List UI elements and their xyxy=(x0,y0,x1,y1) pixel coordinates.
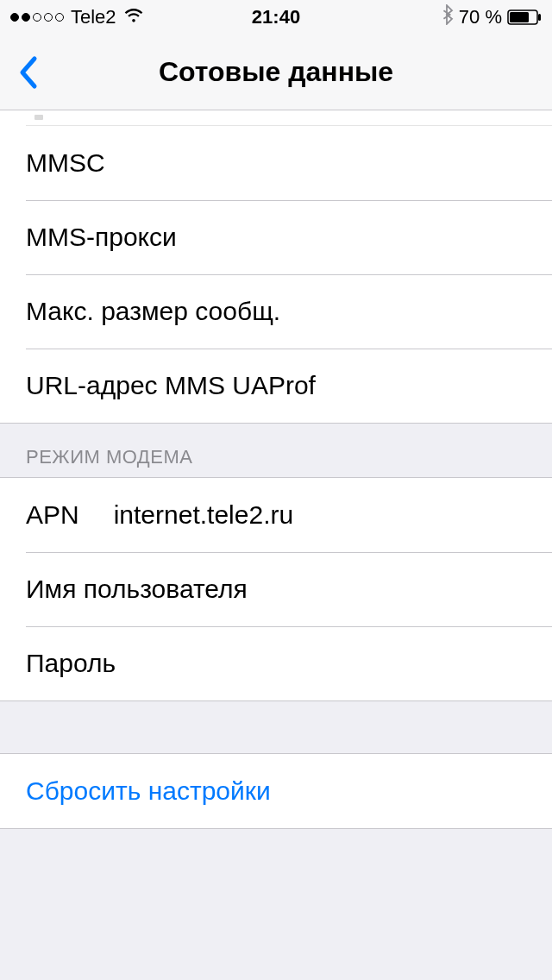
cell-label: MMS-прокси xyxy=(26,223,177,252)
status-time: 21:40 xyxy=(252,6,300,28)
cell-password[interactable]: Пароль xyxy=(0,626,552,700)
modem-section-header: РЕЖИМ МОДЕМА xyxy=(0,424,552,477)
status-left: Tele2 xyxy=(10,4,144,30)
reset-label: Сбросить настройки xyxy=(26,776,271,806)
content-area: MMSC MMS-прокси Макс. размер сообщ. URL-… xyxy=(0,110,552,980)
mms-max-size-input[interactable] xyxy=(315,297,552,326)
status-bar: Tele2 21:40 70 % xyxy=(0,0,552,35)
bluetooth-icon xyxy=(440,4,454,30)
cell-label: Макс. размер сообщ. xyxy=(26,297,280,326)
back-button[interactable] xyxy=(10,55,45,90)
cell-label: MMSC xyxy=(26,148,105,178)
mms-list: MMSC MMS-прокси Макс. размер сообщ. URL-… xyxy=(0,110,552,424)
cell-label: APN xyxy=(26,500,79,530)
mms-proxy-input[interactable] xyxy=(211,223,539,252)
battery-percentage: 70 % xyxy=(459,6,502,28)
wifi-icon xyxy=(123,4,144,30)
partial-row-top xyxy=(26,110,552,126)
reset-button[interactable]: Сбросить настройки xyxy=(0,754,552,828)
reset-list: Сбросить настройки xyxy=(0,753,552,829)
chevron-left-icon xyxy=(17,55,38,90)
cell-mms-uaprof[interactable]: URL-адрес MMS UAProf xyxy=(0,349,552,423)
mms-uaprof-input[interactable] xyxy=(350,371,552,400)
modem-list: APN Имя пользователя Пароль xyxy=(0,477,552,701)
svg-rect-1 xyxy=(510,12,529,22)
signal-strength-icon xyxy=(10,13,64,22)
battery-icon xyxy=(507,9,542,25)
svg-rect-2 xyxy=(538,14,541,21)
cell-username[interactable]: Имя пользователя xyxy=(0,552,552,626)
cell-mms-proxy[interactable]: MMS-прокси xyxy=(0,200,552,274)
mmsc-input[interactable] xyxy=(140,148,526,178)
status-right: 70 % xyxy=(440,4,542,30)
cell-mmsc[interactable]: MMSC xyxy=(0,126,552,200)
cell-mms-max-size[interactable]: Макс. размер сообщ. xyxy=(0,274,552,349)
carrier-label: Tele2 xyxy=(71,6,116,28)
nav-bar: Сотовые данные xyxy=(0,35,552,110)
password-input[interactable] xyxy=(150,649,526,678)
cell-label: Пароль xyxy=(26,649,116,678)
page-title: Сотовые данные xyxy=(0,56,552,88)
cell-apn[interactable]: APN xyxy=(0,478,552,552)
cell-label: Имя пользователя xyxy=(26,575,248,604)
apn-input[interactable] xyxy=(114,500,526,530)
username-input[interactable] xyxy=(282,575,552,604)
cell-label: URL-адрес MMS UAProf xyxy=(26,371,316,400)
